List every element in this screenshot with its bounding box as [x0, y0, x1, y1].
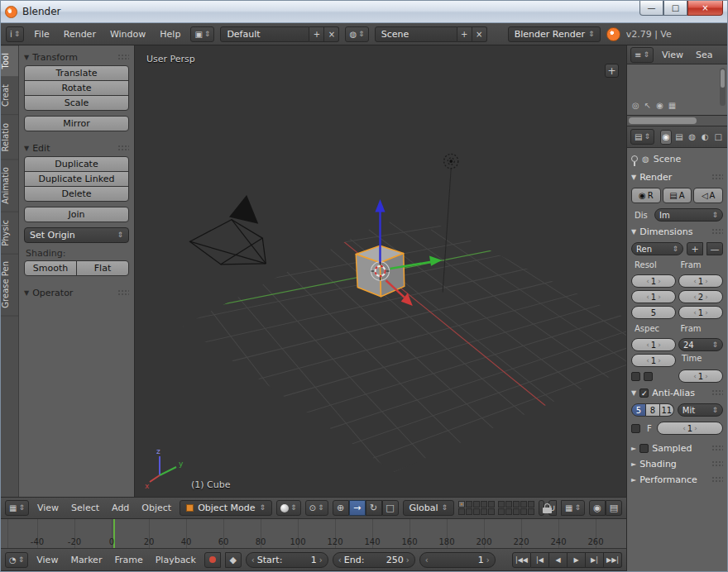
lock-to-scene-button[interactable]: [539, 500, 544, 516]
drag-handle-icon[interactable]: [711, 389, 723, 397]
rotate-button[interactable]: Rotate: [24, 80, 129, 96]
resolution-y-field[interactable]: ‹1›: [631, 290, 676, 303]
spin-right-icon[interactable]: ›: [658, 277, 661, 285]
add-screen-layout-button[interactable]: +: [309, 26, 324, 42]
layer-cell[interactable]: [513, 501, 520, 508]
layer-cell[interactable]: [458, 501, 465, 508]
time-old-field[interactable]: ‹1›: [678, 369, 723, 383]
frame-end-field[interactable]: ‹ End: 250 ›: [333, 552, 415, 568]
layer-cell[interactable]: [466, 501, 472, 508]
play-reverse-button[interactable]: ◀: [549, 552, 568, 568]
tab-create[interactable]: Creat: [1, 77, 18, 115]
editor-type-button-outliner[interactable]: ≡ ⇕: [630, 47, 654, 63]
outliner-hscrollbar[interactable]: [627, 116, 727, 126]
spin-right-icon[interactable]: ›: [486, 555, 490, 565]
maximize-button[interactable]: □: [663, 1, 687, 16]
spin-left-icon[interactable]: ‹: [646, 277, 649, 285]
scale-button[interactable]: Scale: [24, 95, 129, 111]
duplicate-linked-button[interactable]: Duplicate Linked: [24, 171, 129, 187]
panel-header-operator[interactable]: ▼ Operator: [24, 284, 129, 301]
panel-header-performance[interactable]: ► Performance: [631, 474, 723, 485]
spin-left-icon[interactable]: ‹: [693, 293, 697, 301]
manipulator-scale-button[interactable]: □: [382, 500, 399, 516]
add-scene-button[interactable]: +: [457, 26, 472, 42]
opengl-render-anim-button[interactable]: ▤: [606, 500, 622, 516]
spin-right-icon[interactable]: ›: [705, 277, 708, 285]
tab-animation[interactable]: Animatio: [1, 160, 18, 212]
spin-right-icon[interactable]: ›: [705, 308, 708, 317]
tab-grease-pencil[interactable]: Grease Pen: [1, 254, 18, 317]
spin-right-icon[interactable]: ›: [658, 293, 661, 301]
layer-cell[interactable]: [466, 508, 472, 515]
spin-right-icon[interactable]: ›: [694, 424, 697, 432]
spin-right-icon[interactable]: ›: [705, 293, 708, 301]
layer-cell[interactable]: [481, 501, 487, 508]
drag-handle-icon[interactable]: [117, 54, 129, 61]
frame-start-field[interactable]: ‹ Start: 1 ›: [246, 552, 328, 568]
filter-size-field[interactable]: ‹1›: [657, 422, 723, 435]
layer-cell[interactable]: [458, 508, 465, 515]
drag-handle-icon[interactable]: [711, 460, 723, 468]
display-mode-dropdown[interactable]: Im ⇕: [654, 208, 723, 222]
layer-cell[interactable]: [505, 508, 512, 515]
menu-file[interactable]: File: [30, 27, 53, 41]
join-button[interactable]: Join: [24, 207, 129, 222]
menu-render[interactable]: Render: [60, 27, 100, 41]
samples-5-button[interactable]: 5: [631, 403, 646, 417]
drag-handle-icon[interactable]: [117, 289, 129, 297]
viewport-shading-dropdown[interactable]: ⇕: [276, 500, 301, 516]
menu-object[interactable]: Object: [137, 501, 175, 515]
opengl-render-still-button[interactable]: ◉: [589, 500, 606, 516]
drag-handle-icon[interactable]: [711, 476, 723, 484]
layer-cell[interactable]: [528, 508, 534, 515]
spin-left-icon[interactable]: ‹: [682, 424, 686, 432]
shade-flat-button[interactable]: Flat: [76, 260, 129, 276]
outliner-grid-icon[interactable]: ▦: [668, 101, 676, 110]
spin-right-icon[interactable]: ›: [658, 356, 661, 365]
scroll-thumb[interactable]: [629, 117, 697, 124]
sampled-checkbox[interactable]: [639, 444, 649, 453]
translate-button[interactable]: Translate: [24, 65, 129, 81]
outliner-vscrollbar[interactable]: [720, 68, 726, 106]
spin-right-icon[interactable]: ›: [406, 555, 410, 565]
remove-preset-button[interactable]: —: [706, 242, 723, 255]
tab-tools[interactable]: Tool: [1, 45, 18, 77]
drag-handle-icon[interactable]: [711, 228, 723, 236]
delete-scene-button[interactable]: ×: [472, 26, 487, 42]
drag-handle-icon[interactable]: [711, 174, 723, 181]
lamp-object[interactable]: [443, 154, 458, 292]
panel-header-shading[interactable]: ► Shading: [631, 459, 723, 470]
screen-layout-browse-button[interactable]: ▣ ⇕: [190, 26, 214, 42]
outliner-tree[interactable]: ◎ ↖ ◉ ▦: [627, 64, 727, 116]
resolution-x-field[interactable]: ‹1›: [631, 274, 676, 288]
menu-window[interactable]: Window: [106, 27, 150, 41]
layer-cell[interactable]: [498, 508, 505, 515]
layer-cell[interactable]: [520, 508, 527, 515]
layer-cell[interactable]: [481, 508, 487, 515]
viewport-3d[interactable]: User Persp (1) Cube + z y x: [135, 45, 626, 497]
full-sample-checkbox[interactable]: [631, 424, 640, 433]
layer-cell[interactable]: [488, 508, 495, 515]
editor-type-button-3dview[interactable]: ▦ ⇕: [5, 500, 29, 516]
menu-select[interactable]: Select: [67, 501, 103, 515]
mode-dropdown[interactable]: Object Mode ⇕: [180, 500, 272, 516]
frame-rate-dropdown[interactable]: 24⇕: [678, 338, 723, 351]
scene-field[interactable]: Scene: [375, 26, 457, 42]
menu-frame[interactable]: Frame: [110, 553, 146, 567]
editor-type-button-properties[interactable]: ▤ ⇕: [630, 129, 654, 145]
layer-cell[interactable]: [488, 501, 495, 508]
panel-header-render[interactable]: ▼ Render: [631, 172, 723, 183]
menu-marker[interactable]: Marker: [66, 553, 106, 567]
manipulator-y-arrow[interactable]: [429, 256, 442, 266]
manipulator-rotate-button[interactable]: ↻: [366, 500, 382, 516]
camera-object[interactable]: [190, 195, 266, 265]
samples-11-button[interactable]: 11: [660, 403, 674, 417]
aa-filter-dropdown[interactable]: Mit ⇕: [678, 403, 723, 417]
panel-header-transform[interactable]: ▼ Transform: [24, 49, 129, 65]
resolution-percentage-field[interactable]: 5: [631, 306, 676, 319]
pivot-point-dropdown[interactable]: ⊙ ⇕: [305, 500, 328, 516]
layer-cell[interactable]: [520, 501, 527, 508]
layer-cell[interactable]: [473, 501, 480, 508]
shade-smooth-button[interactable]: Smooth: [24, 260, 77, 276]
drag-handle-icon[interactable]: [117, 145, 129, 152]
